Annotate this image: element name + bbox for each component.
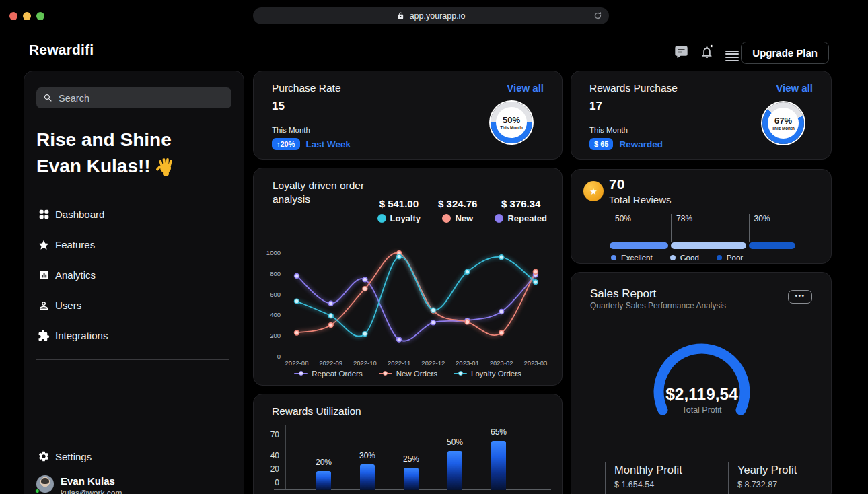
bar: 65% <box>491 441 506 490</box>
bar-chart: 20%30%25%50%65% 0204070 <box>254 425 558 490</box>
card-title: Purchase Rate <box>272 82 341 94</box>
chat-icon[interactable] <box>673 44 689 60</box>
svg-text:2023-03: 2023-03 <box>523 359 547 367</box>
sidebar-item-label: Analytics <box>55 269 96 281</box>
close-window-button[interactable] <box>9 12 17 20</box>
y-tick-label: 40 <box>259 451 279 460</box>
sidebar-item-label: Features <box>55 239 95 250</box>
menu-icon[interactable] <box>724 44 740 60</box>
bar: 30% <box>360 464 375 490</box>
legend-dot <box>377 214 386 223</box>
svg-text:2022-11: 2022-11 <box>388 359 410 367</box>
bell-icon[interactable] <box>698 44 715 60</box>
sidebar-divider <box>36 359 229 360</box>
sidebar-nav: Dashboard Features Analytics Users <box>24 199 244 351</box>
loyalty-legend: $ 541.00Loyalty$ 324.76New$ 376.34Repeat… <box>377 198 547 223</box>
loyalty-analysis-card: Loyalty driven order analysis $ 541.00Lo… <box>253 168 563 386</box>
sales-report-card: Sales Report Quarterly Sales Performance… <box>571 272 832 494</box>
review-bar <box>671 242 746 249</box>
online-status-dot <box>35 489 40 493</box>
svg-text:2023-02: 2023-02 <box>490 359 513 367</box>
legend-marker-icon <box>379 371 392 376</box>
profit-gauge: $2,119,54 Total Profit <box>645 337 759 438</box>
reviews-label: Total Reviews <box>609 194 672 205</box>
sidebar-item-label: Integrations <box>55 330 108 341</box>
series-legend-item: Loyalty Orders <box>454 369 521 378</box>
app-window: app.yourapp.io Rewardifi Upgrade Plan <box>0 0 868 494</box>
puzzle-icon <box>38 330 50 342</box>
review-bar <box>749 242 795 249</box>
user-icon <box>38 299 50 312</box>
browser-chrome: app.yourapp.io <box>0 0 868 32</box>
sidebar-item-users[interactable]: Users <box>24 290 244 320</box>
series-legend: Repeat OrdersNew OrdersLoyalty Orders <box>254 369 562 378</box>
profit-column: Yearly Profit$ 8.732.87 <box>728 462 815 494</box>
star-badge-icon: ★ <box>583 181 604 201</box>
sidebar-item-settings[interactable]: Settings <box>24 446 244 466</box>
line-chart: 020040060080010002022-082022-092022-1020… <box>254 244 563 372</box>
stat-period: This Month <box>589 126 628 134</box>
sidebar-item-analytics[interactable]: Analytics <box>24 260 244 290</box>
card-title: Sales Report <box>590 287 656 301</box>
more-options-icon[interactable]: ••• <box>788 290 812 304</box>
sidebar-item-label: Users <box>55 299 81 311</box>
stat-period: This Month <box>272 126 310 134</box>
bars: 20%30%25%50%65% <box>316 425 506 490</box>
legend-marker-icon <box>454 371 467 376</box>
upgrade-plan-button[interactable]: Upgrade Plan <box>741 42 829 64</box>
sidebar-item-features[interactable]: Features <box>24 230 244 260</box>
notification-dot <box>710 44 713 48</box>
y-tick-label: 0 <box>259 478 279 487</box>
series-legend-item: New Orders <box>379 369 437 378</box>
total-profit-label: Total Profit <box>682 405 722 415</box>
svg-text:2022-08: 2022-08 <box>285 359 309 367</box>
sidebar-item-integrations[interactable]: Integrations <box>24 320 244 351</box>
bar: 20% <box>316 471 331 490</box>
sidebar-item-label: Dashboard <box>55 209 104 220</box>
sidebar: Rise and Shine Evan Kulas!! Dashboard <box>24 71 244 494</box>
minimize-window-button[interactable] <box>23 12 31 20</box>
user-profile[interactable]: Evan Kulas kulas@work.com <box>36 475 122 494</box>
view-all-link[interactable]: View all <box>776 82 813 94</box>
search-icon <box>43 93 53 103</box>
legend-dot <box>442 214 451 223</box>
sidebar-item-dashboard[interactable]: Dashboard <box>24 199 244 230</box>
review-legend: ExcellentGoodPoor <box>611 254 795 262</box>
legend-marker-icon <box>294 371 308 376</box>
series-legend-item: Repeat Orders <box>294 369 362 378</box>
donut-percent: 50% <box>503 116 520 125</box>
svg-text:2022-10: 2022-10 <box>353 359 377 367</box>
brand-logo: Rewardifi <box>29 42 94 58</box>
reload-icon[interactable] <box>593 11 603 24</box>
search-box[interactable] <box>36 87 231 108</box>
greeting-line1: Rise and Shine <box>36 127 176 153</box>
legend-dot <box>611 255 616 260</box>
donut-percent: 67% <box>774 116 792 125</box>
maximize-window-button[interactable] <box>36 12 44 20</box>
stat-value: 17 <box>589 100 602 113</box>
bar-value-label: 30% <box>359 451 375 460</box>
profit-column: Monthly Profit$ 1.654.54 <box>605 462 728 494</box>
svg-text:0: 0 <box>277 353 281 360</box>
tick-line <box>749 214 750 242</box>
svg-text:2022-12: 2022-12 <box>421 359 445 367</box>
review-segment: 78% <box>671 214 746 249</box>
view-all-link[interactable]: View all <box>507 82 544 94</box>
sidebar-item-label: Settings <box>55 451 92 462</box>
address-bar[interactable]: app.yourapp.io <box>253 7 609 24</box>
tick-line <box>671 214 672 242</box>
profile-email: kulas@work.com <box>61 489 122 494</box>
sales-columns: Monthly Profit$ 1.654.54Yearly Profit$ 8… <box>605 462 815 494</box>
progress-donut: 67% This Month <box>762 102 804 144</box>
legend-item: $ 324.76New <box>438 198 477 223</box>
svg-text:1000: 1000 <box>266 249 281 256</box>
card-title: Rewards Utilization <box>272 405 361 417</box>
badge-note: Rewarded <box>619 139 663 149</box>
app-header: Rewardifi Upgrade Plan <box>0 32 868 71</box>
y-tick-label: 20 <box>259 464 279 474</box>
review-segment: 30% <box>749 214 795 249</box>
legend-item: $ 541.00Loyalty <box>377 198 421 223</box>
search-input[interactable] <box>59 93 225 104</box>
bar-value-label: 50% <box>447 437 463 447</box>
wave-hand-icon <box>156 156 176 182</box>
